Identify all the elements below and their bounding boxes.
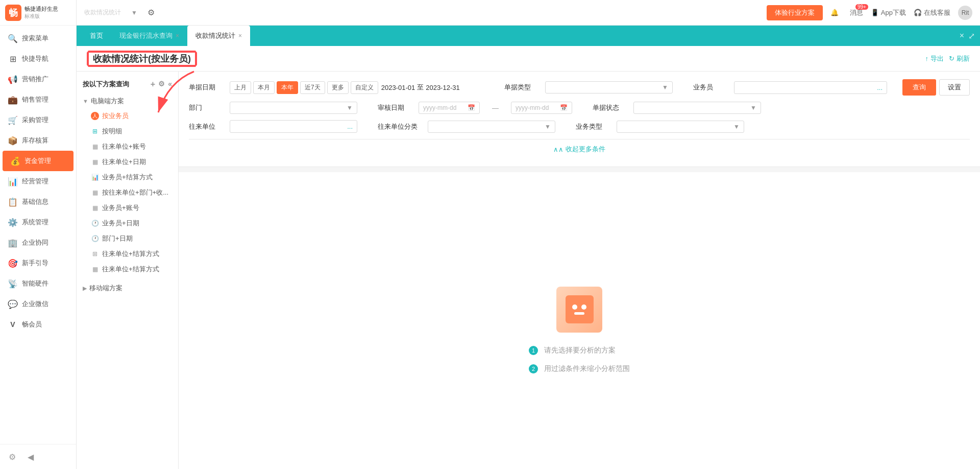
desktop-group-toggle[interactable]: ▼ 电脑端方案	[77, 94, 178, 108]
sidebar-item-search[interactable]: 🔍 搜索菜单	[0, 28, 76, 49]
counterpart-label: 往来单位	[189, 122, 219, 131]
scheme-item-detail[interactable]: ⊞ 按明细	[77, 124, 178, 139]
tab-maximize-icon[interactable]: ⤢	[968, 31, 975, 41]
counterpart-more-btn[interactable]: ...	[347, 123, 353, 130]
date-tab-prev-month[interactable]: 上月	[230, 81, 251, 94]
message-icon-area[interactable]: 🔔 99+ 消息	[830, 8, 863, 17]
enterprise-icon: 🏢	[8, 238, 18, 248]
tab-receipt-close[interactable]: ×	[238, 32, 242, 39]
sidebar-item-operation[interactable]: 📊 经营管理	[0, 171, 76, 192]
scheme-item-dept-date[interactable]: 🕐 部门+日期	[77, 231, 178, 246]
scheme-item-unit-calc[interactable]: ⊞ 往来单位+结算方式	[77, 246, 178, 262]
scheme-item-unit-calc2[interactable]: ▦ 往来单位+结算方式	[77, 262, 178, 277]
scheme-item-sales-date[interactable]: 🕐 业务员+日期	[77, 216, 178, 231]
desktop-scheme-group: ▼ 电脑端方案 人 按业务员 ⊞ 按明细 ▦ 往来单位+账号 ▦ 往来单位	[77, 92, 178, 279]
sales-calc-label: 业务员+结算方式	[102, 173, 153, 182]
unit-account-icon: ▦	[91, 143, 99, 151]
scheme-item-sales-calc[interactable]: 📊 业务员+结算方式	[77, 170, 178, 185]
desktop-group-label: 电脑端方案	[91, 97, 124, 106]
unit-date-icon: ▦	[91, 158, 99, 166]
sidebar-item-marketing[interactable]: 📢 营销推广	[0, 69, 76, 89]
panel-header-actions: + ⚙ «	[151, 80, 172, 89]
date-tab-this-month[interactable]: 本月	[253, 81, 275, 94]
scheme-item-unit-dept[interactable]: ▦ 按往来单位+部门+收...	[77, 185, 178, 200]
tab-bank-close[interactable]: ×	[176, 32, 179, 39]
collapse-more-bar[interactable]: ∧∧ 收起更多条件	[189, 139, 970, 159]
doc-status-select[interactable]: ▼	[633, 102, 761, 114]
sidebar-item-sales[interactable]: 💼 销售管理	[0, 89, 76, 110]
tab-home[interactable]: 首页	[82, 26, 111, 46]
collapse-more-button[interactable]: ∧∧ 收起更多条件	[553, 145, 605, 154]
review-date-to[interactable]: yyyy-mm-dd 📅	[511, 102, 572, 114]
scheme-settings-button[interactable]: ⚙	[158, 80, 165, 89]
date-label: 单据日期	[189, 83, 219, 92]
panel-title: 按以下方案查询	[83, 80, 129, 89]
right-panel: 单据日期 上月 本月 本年 近7天 更多 自定义 2023-01-01 至	[179, 72, 980, 469]
sidebar-item-purchase[interactable]: 🛒 采购管理	[0, 110, 76, 130]
empty-illustration	[546, 266, 612, 333]
online-service-area[interactable]: 🎧 在线客服	[914, 8, 950, 17]
counterpart-class-select[interactable]: ▼	[428, 121, 555, 133]
sidebar-item-inventory[interactable]: 📦 库存核算	[0, 130, 76, 151]
chevron-down-icon[interactable]: ▼	[131, 9, 137, 16]
sidebar-nav: 🔍 搜索菜单 ⊞ 快捷导航 📢 营销推广 💼 销售管理 🛒 采购管理 📦 库存核…	[0, 26, 76, 444]
review-date-from[interactable]: yyyy-mm-dd 📅	[419, 102, 480, 114]
mobile-group-toggle[interactable]: ▶ 移动端方案	[77, 281, 178, 295]
counterpart-select[interactable]: ...	[230, 120, 357, 133]
sidebar-item-newbie[interactable]: 🎯 新手引导	[0, 253, 76, 273]
main-area: 收款情况统计 ▼ ⚙ 体验行业方案 🔔 99+ 消息 📱 App下载 🎧 在线客…	[77, 0, 980, 469]
scheme-item-sales-account[interactable]: ▦ 业务员+账号	[77, 200, 178, 216]
finance-icon: 💰	[10, 156, 20, 166]
doc-type-arrow: ▼	[662, 84, 668, 91]
sidebar-item-enterprise[interactable]: 🏢 企业协同	[0, 232, 76, 253]
query-button[interactable]: 查询	[902, 79, 936, 96]
salesperson-more-btn[interactable]: ...	[877, 84, 883, 91]
tab-bank[interactable]: 现金银行流水查询 ×	[111, 26, 187, 46]
mobile-scheme-group: ▶ 移动端方案	[77, 279, 178, 297]
export-button[interactable]: ↑ 导出	[925, 54, 944, 63]
sidebar-item-basic[interactable]: 📋 基础信息	[0, 192, 76, 212]
scheme-item-salesperson[interactable]: 人 按业务员	[77, 108, 178, 124]
biz-type-arrow: ▼	[733, 123, 740, 130]
scheme-item-unit-account[interactable]: ▦ 往来单位+账号	[77, 139, 178, 154]
detail-scheme-icon: ⊞	[91, 127, 99, 135]
date-tab-custom[interactable]: 自定义	[351, 81, 378, 94]
date-tab-last7[interactable]: 近7天	[300, 81, 325, 94]
user-avatar[interactable]: Rit	[958, 6, 972, 20]
biz-type-select[interactable]: ▼	[617, 121, 744, 133]
filter-row-1: 单据日期 上月 本月 本年 近7天 更多 自定义 2023-01-01 至	[189, 79, 970, 96]
filter-row-3: 往来单位 ... 往来单位分类 ▼ 业务类型 ▼	[189, 120, 970, 133]
empty-step-2: 2 用过滤条件来缩小分析范围	[529, 361, 630, 376]
date-tab-this-year[interactable]: 本年	[277, 81, 298, 94]
gear-icon[interactable]: ⚙	[148, 8, 155, 17]
sales-account-label: 业务员+账号	[102, 203, 139, 213]
review-date-to-placeholder: yyyy-mm-dd	[516, 104, 549, 111]
breadcrumb: 收款情况统计	[84, 8, 121, 17]
refresh-button[interactable]: ↻ 刷新	[949, 54, 970, 63]
sidebar-item-member[interactable]: V 畅会员	[0, 314, 76, 335]
sidebar-item-wechat[interactable]: 💬 企业微信	[0, 294, 76, 314]
salesperson-select[interactable]: ...	[734, 81, 887, 94]
content-area: 按以下方案查询 + ⚙ « ▼ 电脑端方案 人 按业务员 ⊞	[77, 72, 980, 469]
sidebar-item-quicknav[interactable]: ⊞ 快捷导航	[0, 49, 76, 69]
app-download-area[interactable]: 📱 App下载	[871, 8, 906, 17]
panel-collapse-button[interactable]: «	[168, 80, 172, 89]
sidebar-item-hardware[interactable]: 📡 智能硬件	[0, 273, 76, 294]
date-tab-more[interactable]: 更多	[327, 81, 349, 94]
settings-filter-button[interactable]: 设置	[939, 79, 970, 96]
doc-type-select[interactable]: ▼	[545, 81, 673, 93]
member-icon: V	[8, 319, 18, 330]
tab-close-all-icon[interactable]: ×	[960, 31, 964, 41]
dept-select[interactable]: ▼	[230, 102, 357, 114]
sidebar-collapse-button[interactable]: ◀	[23, 450, 38, 464]
app-download-label: App下载	[881, 8, 906, 17]
add-scheme-button[interactable]: +	[151, 80, 155, 89]
sidebar-settings-button[interactable]: ⚙	[5, 450, 19, 464]
service-icon: 🎧	[914, 9, 922, 16]
unit-calc-icon: ⊞	[91, 250, 99, 258]
sidebar-item-system[interactable]: ⚙️ 系统管理	[0, 212, 76, 232]
trial-button[interactable]: 体验行业方案	[767, 5, 823, 20]
scheme-item-unit-date[interactable]: ▦ 往来单位+日期	[77, 154, 178, 170]
sidebar-item-finance[interactable]: 💰 资金管理	[3, 151, 74, 171]
tab-receipt[interactable]: 收款情况统计 ×	[187, 26, 250, 46]
